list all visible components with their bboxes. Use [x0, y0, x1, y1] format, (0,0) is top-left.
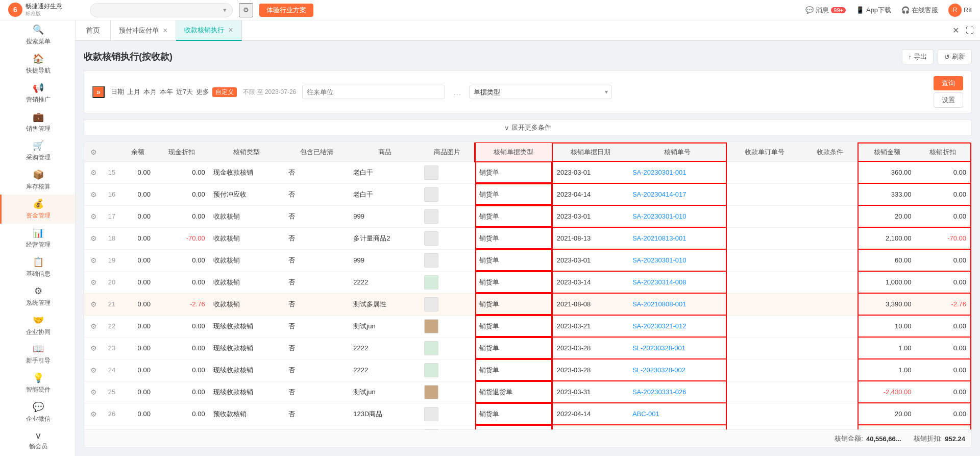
filter-dots[interactable]: ... [453, 87, 461, 98]
receipt-type-select[interactable]: 单据类型 [469, 85, 612, 99]
sidebar-item-basic-info[interactable]: 📋 基础信息 [0, 253, 75, 282]
date-more[interactable]: 更多 [196, 87, 209, 97]
tab-receipt-verify-close[interactable]: × [228, 26, 233, 34]
sidebar-item-search[interactable]: 🔍 搜索菜单 [0, 20, 75, 50]
cell-seq: 16 [103, 183, 121, 205]
cell-settings[interactable]: ⚙ [84, 205, 103, 227]
cell-verify-bill-no[interactable]: SA-20230414-017 [628, 183, 726, 205]
sidebar-item-guide[interactable]: 📖 新手引导 [0, 340, 75, 369]
sidebar-item-purchase[interactable]: 🛒 采购管理 [0, 136, 75, 165]
refresh-button[interactable]: ↺ 刷新 [938, 49, 972, 64]
cell-verify-discount: 0.00 [916, 271, 971, 293]
cell-verify-bill-no[interactable]: SA-20210808-001 [628, 293, 726, 315]
sidebar-item-hardware[interactable]: 💡 智能硬件 [0, 369, 75, 398]
from-unit-input[interactable] [302, 85, 445, 99]
main-content-area: 首页 预付冲应付单 × 收款核销执行 × ✕ ⛶ 收款核销执行(按收款) [76, 20, 980, 456]
cell-verify-bill-no[interactable]: SA-20230314-008 [628, 271, 726, 293]
cell-settings[interactable]: ⚙ [84, 381, 103, 403]
cell-verify-bill-no[interactable]: SL-20230408-001 [628, 425, 726, 429]
date-custom-btn[interactable]: 自定义 [212, 87, 237, 97]
cell-include-settled: 否 [284, 183, 349, 205]
date-this-year[interactable]: 本年 [160, 87, 173, 97]
date-7-days[interactable]: 近7天 [176, 87, 193, 97]
tab-expand-btn[interactable]: ⛶ [964, 25, 976, 37]
messages-button[interactable]: 💬 消息 99+ [805, 6, 846, 15]
top-search-input[interactable] [90, 3, 233, 17]
cell-verify-bill-no[interactable]: SL-20230328-001 [628, 337, 726, 359]
sidebar-item-sales[interactable]: 💼 销售管理 [0, 108, 75, 137]
cell-verify-bill-no[interactable]: SA-20230331-026 [628, 381, 726, 403]
cell-include-settled: 否 [284, 271, 349, 293]
settings-gear-button[interactable]: ⚙ [239, 3, 253, 17]
sidebar-item-home[interactable]: 🏠 快捷导航 [0, 50, 75, 79]
cell-settings[interactable]: ⚙ [84, 293, 103, 315]
tab-prepay-close[interactable]: × [163, 27, 167, 35]
cell-receipt-condition [802, 403, 857, 425]
sidebar-item-collab[interactable]: 🤝 企业协同 [0, 311, 75, 340]
cell-receipt-condition [802, 227, 857, 249]
cell-settings[interactable]: ⚙ [84, 403, 103, 425]
cell-verify-type: 收款核销 [209, 293, 285, 315]
trial-industry-button[interactable]: 体验行业方案 [259, 4, 313, 17]
cell-settings[interactable]: ⚙ [84, 315, 103, 337]
col-include-settled: 包含已结清 [284, 143, 349, 161]
footer-totals: 核销金额: 40,556,66... 核销折扣: 952.24 [835, 434, 965, 443]
sidebar-item-inventory[interactable]: 📦 库存核算 [0, 165, 75, 195]
cell-verify-amount: 20.00 [858, 205, 916, 227]
app-download-button[interactable]: 📱 App下载 [856, 6, 891, 15]
cell-balance: 0.00 [121, 249, 155, 271]
query-button[interactable]: 查询 [934, 76, 963, 90]
sidebar-item-operations[interactable]: 📊 经营管理 [0, 224, 75, 253]
cell-verify-bill-no[interactable]: SA-20230301-001 [628, 161, 726, 183]
tab-receipt-verify[interactable]: 收款核销执行 × [176, 20, 241, 41]
logo-edition: 标准版 [26, 10, 62, 17]
cell-seq: 18 [103, 227, 121, 249]
cell-verify-date: 2023-03-14 [552, 271, 628, 293]
cell-settings[interactable]: ⚙ [84, 337, 103, 359]
table-scroll[interactable]: ⚙ 余额 现金折扣 核销类型 包含已结清 商品 商品图片 核销单据类型 核销单据… [84, 142, 971, 429]
user-info[interactable]: R Rit [948, 4, 972, 17]
cell-verify-bill-no[interactable]: SA-20210813-001 [628, 227, 726, 249]
page-title: 收款核销执行(按收款) [84, 51, 173, 63]
cell-cash-discount: 0.00 [155, 359, 209, 381]
finance-icon: 💰 [33, 198, 44, 209]
filter-settings-button[interactable]: 设置 [934, 92, 963, 108]
from-unit-wrap [302, 85, 445, 99]
cell-verify-type: 现续收款核销 [209, 381, 285, 403]
cell-verify-bill-no[interactable]: SA-20230301-010 [628, 205, 726, 227]
sidebar-item-marketing[interactable]: 📢 营销推广 [0, 79, 75, 108]
cell-settings[interactable]: ⚙ [84, 249, 103, 271]
online-service-button[interactable]: 🎧 在线客服 [901, 6, 938, 15]
sidebar-item-wechat[interactable]: 💬 企业微信 [0, 398, 75, 427]
sidebar-item-system[interactable]: ⚙ 系统管理 [0, 282, 75, 311]
tab-prepay[interactable]: 预付冲应付单 × [111, 20, 176, 41]
cell-settings[interactable]: ⚙ [84, 161, 103, 183]
date-last-month[interactable]: 上月 [127, 87, 140, 97]
cell-verify-bill-no[interactable]: SA-20230301-010 [628, 249, 726, 271]
search-dropdown-icon[interactable]: ▾ [219, 3, 230, 17]
row-settings-icon: ⚙ [90, 169, 97, 177]
cell-settings[interactable]: ⚙ [84, 425, 103, 429]
cell-verify-bill-no[interactable]: SL-20230328-002 [628, 359, 726, 381]
cell-settings[interactable]: ⚙ [84, 183, 103, 205]
cell-settings[interactable]: ⚙ [84, 359, 103, 381]
tab-home[interactable]: 首页 [76, 20, 111, 41]
cell-settings[interactable]: ⚙ [84, 271, 103, 293]
cell-product-img [420, 403, 475, 425]
filter-expand-button[interactable]: » [92, 86, 105, 98]
cell-balance: 0.00 [121, 227, 155, 249]
cell-verify-bill-no[interactable]: ABC-001 [628, 403, 726, 425]
sidebar-item-finance[interactable]: 💰 资金管理 [0, 195, 75, 224]
tab-close-btn[interactable]: ✕ [949, 25, 962, 37]
sidebar-item-vip[interactable]: V 畅会员 [0, 427, 75, 456]
date-this-month[interactable]: 本月 [143, 87, 157, 97]
export-label: 导出 [914, 52, 927, 61]
cell-verify-bill-no[interactable]: SA-20230321-012 [628, 315, 726, 337]
cell-settings[interactable]: ⚙ [84, 227, 103, 249]
export-button[interactable]: ↑ 导出 [902, 49, 934, 64]
cell-verify-type: 收款核销 [209, 205, 285, 227]
expand-more-bar[interactable]: ∨ 展开更多条件 [84, 119, 972, 136]
cell-verify-discount: 0.00 [916, 403, 971, 425]
col-settings[interactable]: ⚙ [84, 143, 103, 161]
cell-receipt-condition [802, 425, 857, 429]
